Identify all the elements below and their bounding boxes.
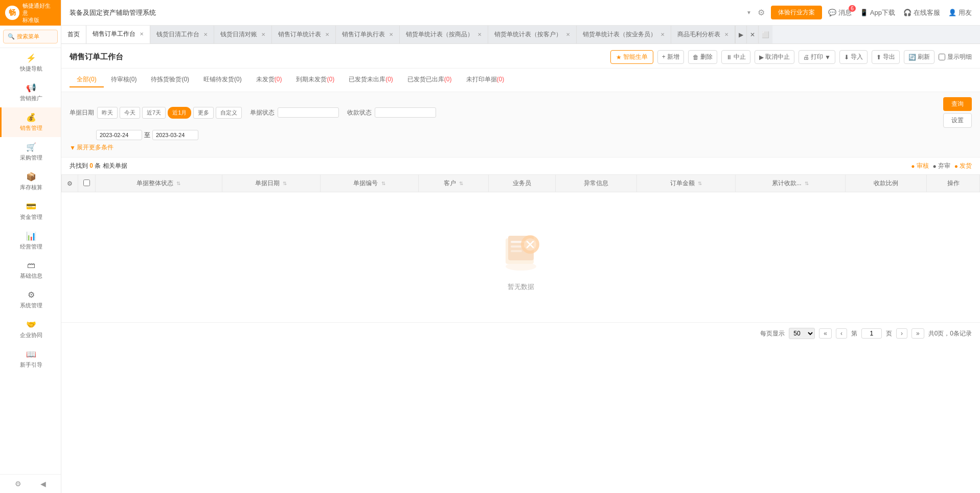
tab-goods-stats-customer[interactable]: 销货单统计表（按客户） ✕ [488,26,577,44]
sidebar-system[interactable]: ⚙ 系统管理 [0,285,61,315]
settings-bottom-button[interactable]: ⚙ [15,480,21,488]
filter-tabs: 全部(0) 待审核(0) 待拣货验货(0) 旺铺待发货(0) 未发货(0) 到期… [61,69,980,92]
user-menu-button[interactable]: 👤 用友 [948,8,972,17]
cancel-review-button[interactable]: ● 弃审 [933,162,950,170]
filter-tab-overdue-unshipped[interactable]: 到期未发货(0) [289,73,341,87]
col-ratio-header: 收款比例 [846,175,927,192]
sidebar-marketing[interactable]: 📢 营销推广 [0,78,61,107]
tab-cash-reconcile[interactable]: 钱货日清对账 ✕ [214,26,272,44]
page-size-select[interactable]: 10 20 50 100 [789,328,815,339]
customer-sort-icon[interactable]: ⇅ [459,181,463,186]
tab-goods-stats-customer-close[interactable]: ✕ [566,32,570,37]
search-setting-button[interactable]: 设置 [943,113,972,128]
first-page-button[interactable]: « [819,328,832,339]
filter-tab-shipped-not-out[interactable]: 已发货未出库(0) [341,73,400,87]
page-of-label: 页 [886,329,892,338]
status-sort-icon[interactable]: ⇅ [176,181,180,186]
settings-col-icon[interactable]: ⚙ [67,180,73,187]
cancel-suspend-button[interactable]: ▶ 取消中止 [755,50,794,64]
sidebar-guide[interactable]: 📖 新手引导 [0,344,61,374]
collected-sort-icon[interactable]: ⇅ [805,181,809,186]
export-button[interactable]: ⬆ 导出 [872,50,900,64]
date-to-input[interactable]: 2023-03-24 [152,130,198,140]
date-from-input[interactable]: 2023-02-24 [96,130,142,140]
date-1month-button[interactable]: 近1月 [168,107,191,119]
page-number-input[interactable]: 1 [861,328,882,339]
collapse-sidebar-button[interactable]: ◀ [40,480,46,488]
date-custom-button[interactable]: 自定义 [216,107,242,119]
tab-cash-daily[interactable]: 钱货日清工作台 ✕ [150,26,214,44]
date-input-group: 2023-02-24 至 2023-03-24 [96,130,198,140]
add-button[interactable]: + 新增 [657,50,684,64]
filter-tab-shipped-out[interactable]: 已发货已出库(0) [400,73,459,87]
import-button[interactable]: ⬇ 导入 [839,50,868,64]
sidebar-enterprise[interactable]: 🤝 企业协同 [0,315,61,344]
tab-goods-stats-product-close[interactable]: ✕ [477,32,482,37]
show-detail-checkbox[interactable] [939,54,945,60]
delete-button[interactable]: 🗑 删除 [688,50,717,64]
tab-close-all[interactable]: ✕ [746,26,758,44]
filter-tab-unprinted[interactable]: 未打印单据(0) [459,73,512,87]
date-sort-icon[interactable]: ⇅ [283,181,287,186]
total-records-text: 共0页，0条记录 [928,329,972,338]
next-page-button[interactable]: › [896,328,907,339]
sidebar-operations[interactable]: 📊 经营管理 [0,226,61,256]
sidebar-finance[interactable]: 💳 资金管理 [0,196,61,226]
sidebar-quick-nav[interactable]: ⚡ 快捷导航 [0,48,61,78]
filter-tab-wangpu-ship[interactable]: 旺铺待发货(0) [196,73,249,87]
tab-cash-reconcile-close[interactable]: ✕ [261,32,265,37]
tab-sales-stats-close[interactable]: ✕ [325,32,329,37]
tab-sales-stats[interactable]: 销售订单统计表 ✕ [272,26,336,44]
date-today-button[interactable]: 今天 [120,107,140,119]
tab-sales-workbench[interactable]: 销售订单工作台 ✕ [86,26,150,44]
tab-goods-stats-staff[interactable]: 销货单统计表（按业务员） ✕ [577,26,671,44]
sidebar-base-info[interactable]: 🗃 基础信息 [0,256,61,285]
date-yesterday-button[interactable]: 昨天 [97,107,118,119]
tab-sales-exec[interactable]: 销售订单执行表 ✕ [336,26,400,44]
amount-sort-icon[interactable]: ⇅ [698,181,702,186]
search-menu-button[interactable]: 🔍 搜索菜单 [3,30,58,43]
status-select[interactable] [278,107,339,118]
online-service-button[interactable]: 🎧 在线客服 [903,8,940,17]
tab-maximize[interactable]: ⬜ [758,26,772,44]
select-all-checkbox[interactable] [83,180,90,186]
tab-goods-stats-staff-close[interactable]: ✕ [660,32,665,37]
date-7days-button[interactable]: 近7天 [142,107,166,119]
suspend-button[interactable]: ⏸ 中止 [721,50,750,64]
tab-goods-stats-product[interactable]: 销货单统计表（按商品） ✕ [400,26,488,44]
refresh-button[interactable]: 🔄 刷新 [904,50,935,64]
print-button[interactable]: 🖨 打印 ▼ [799,50,835,64]
number-sort-icon[interactable]: ⇅ [381,181,385,186]
tab-home[interactable]: 首页 [61,26,86,44]
tab-sales-workbench-close[interactable]: ✕ [140,31,144,37]
date-more-button[interactable]: 更多 [193,107,214,119]
sidebar-sales[interactable]: 💰 销售管理 [0,107,61,137]
system-dropdown-arrow[interactable]: ▼ [746,10,751,15]
tab-nav-prev[interactable]: ▶ [735,26,746,44]
settings-icon[interactable]: ⚙ [758,8,765,17]
app-download-button[interactable]: 📱 App下载 [860,8,895,17]
filter-tab-all[interactable]: 全部(0) [70,73,104,87]
query-button[interactable]: 查询 [943,97,972,111]
filter-tab-pending-check[interactable]: 待拣货验货(0) [144,73,196,87]
last-page-button[interactable]: » [911,328,924,339]
main-area: 装备及固定资产辅助管理系统 ▼ ⚙ 体验行业方案 💬 消息 6 📱 App下载 … [61,0,980,493]
filter-tab-pending-review[interactable]: 待审核(0) [104,73,144,87]
smart-create-button[interactable]: ★ 智能生单 [610,50,653,64]
tab-product-margin[interactable]: 商品毛利分析表 ✕ [671,26,735,44]
industry-solution-button[interactable]: 体验行业方案 [771,6,822,19]
payment-select[interactable] [375,107,436,118]
sidebar-inventory[interactable]: 📦 库存核算 [0,167,61,196]
expand-conditions-button[interactable]: ▼ 展开更多条件 [70,143,113,152]
tab-sales-exec-close[interactable]: ✕ [389,32,393,37]
tab-cash-daily-close[interactable]: ✕ [203,32,208,37]
message-button[interactable]: 💬 消息 6 [828,8,852,17]
prev-page-button[interactable]: ‹ [836,328,847,339]
sidebar-purchase[interactable]: 🛒 采购管理 [0,137,61,167]
filter-tab-unshipped[interactable]: 未发货(0) [249,73,289,87]
tab-product-margin-close[interactable]: ✕ [724,32,728,37]
review-button[interactable]: ● 审核 [911,162,928,170]
payment-label: 收款状态 [347,108,372,117]
page-title: 销售订单工作台 [70,52,123,62]
ship-button[interactable]: ● 发货 [954,162,972,170]
